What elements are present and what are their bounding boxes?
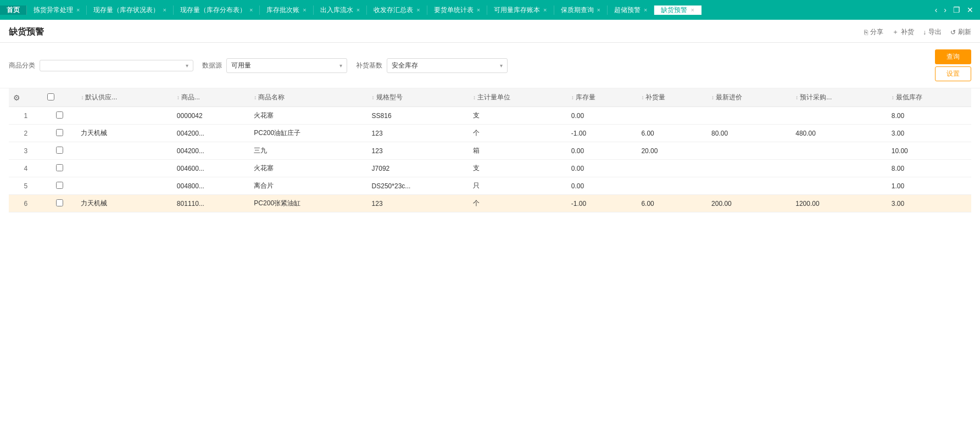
col-header-product_name[interactable]: 商品名称 [249,88,367,107]
col-header-settings: ⚙ [9,88,43,107]
select-all-checkbox[interactable] [47,93,54,100]
tab-close-xzcl[interactable]: × [163,7,166,13]
cell-default_supplier-4 [76,177,172,195]
datasource-label: 数据源 [202,61,222,70]
col-header-default_supplier[interactable]: 默认供应... [76,88,172,107]
col-header-spec[interactable]: 规格型号 [368,88,469,107]
category-chevron-icon: ▾ [186,63,188,69]
share-action[interactable]: ⎘ 分享 [864,27,883,37]
cell-unit-2: 箱 [469,142,567,160]
row-checkbox-cell-3 [43,160,77,177]
replenish-icon: ＋ [892,27,899,37]
tab-restore-button[interactable]: ❐ [951,4,962,15]
cell-default_supplier-3 [76,160,172,177]
col-header-unit[interactable]: 主计量单位 [469,88,567,107]
tab-prev-button[interactable]: ‹ [933,4,940,15]
row-checkbox-5[interactable] [56,199,63,206]
row-checkbox-3[interactable] [56,164,63,171]
cell-replenish_qty-1: 6.00 [637,125,707,142]
tab-label-lyjc: 拣货异常处理 [34,5,73,15]
datasource-filter-group: 数据源 可用量 ▾ [202,58,347,73]
settings-button[interactable]: 设置 [935,66,971,81]
col-header-est_purchase[interactable]: 预计采购... [791,88,887,107]
settings-gear-icon[interactable]: ⚙ [13,93,20,102]
tab-xzcl[interactable]: 现存量（库存状况表）× [87,5,173,15]
export-action[interactable]: ↓ 导出 [923,27,942,37]
cell-default_supplier-5: 力天机械 [76,195,172,212]
col-header-min_stock[interactable]: 最低库存 [887,88,971,107]
tab-close-qhyj[interactable]: × [691,7,694,13]
cell-product_name-2: 三九 [249,142,367,160]
datasource-select[interactable]: 可用量 ▾ [226,58,347,73]
col-header-stock[interactable]: 库存量 [567,88,637,107]
tab-crls[interactable]: 出入库流水× [314,5,367,15]
row-checkbox-cell-4 [43,177,77,195]
tab-close-ccyj[interactable]: × [644,7,647,13]
refresh-icon: ↺ [950,29,956,36]
cell-latest_price-2 [707,142,791,160]
cell-product_name-3: 火花塞 [249,160,367,177]
replenish-basis-select[interactable]: 安全库存 ▾ [387,58,508,73]
tab-close-lyjc[interactable]: × [76,7,80,13]
col-header-latest_price[interactable]: 最新进价 [707,88,791,107]
tab-close-button[interactable]: ✕ [965,4,976,15]
cell-est_purchase-0 [791,107,887,125]
filter-bar: 商品分类 ▾ 数据源 可用量 ▾ 补货基数 安全库存 ▾ 查询 设置 [0,43,980,88]
row-checkbox-1[interactable] [56,129,63,136]
replenish-basis-chevron-icon: ▾ [500,63,503,69]
tab-close-bqqx[interactable]: × [597,7,600,13]
cell-product_code-5: 801110... [172,195,250,212]
tab-close-sdhz[interactable]: × [416,7,420,13]
page-title: 缺货预警 [9,26,44,38]
replenish-action[interactable]: ＋ 补货 [892,27,914,37]
table-container: ⚙默认供应...商品...商品名称规格型号主计量单位库存量补货量最新进价预计采购… [0,88,980,212]
cell-product_name-5: PC200张紧油缸 [249,195,367,212]
cell-latest_price-1: 80.00 [707,125,791,142]
tab-nav-buttons: ‹ › ❐ ✕ [928,4,980,15]
tab-next-button[interactable]: › [942,4,949,15]
tab-close-kysl[interactable]: × [543,7,547,13]
cell-spec-5: 123 [368,195,469,212]
tab-bqqx[interactable]: 保质期查询× [554,5,608,15]
refresh-action[interactable]: ↺ 刷新 [950,27,971,37]
tab-yhtj[interactable]: 要货单统计表× [427,5,487,15]
col-header-replenish_qty[interactable]: 补货量 [637,88,707,107]
cell-stock-2: 0.00 [567,142,637,160]
datasource-chevron-icon: ▾ [339,63,342,69]
col-header-product_code[interactable]: 商品... [172,88,250,107]
row-checkbox-0[interactable] [56,111,63,119]
cell-spec-3: J7092 [368,160,469,177]
tab-close-yhtj[interactable]: × [477,7,480,13]
tab-label-qhyj: 缺货预警 [661,5,687,15]
tab-ccyj[interactable]: 超储预警× [608,5,654,15]
tab-home[interactable]: 首页 [0,5,27,15]
tab-close-crls[interactable]: × [357,7,360,13]
cell-unit-3: 支 [469,160,567,177]
cell-product_code-3: 004600... [172,160,250,177]
cell-product_code-1: 004200... [172,125,250,142]
category-select[interactable]: ▾ [40,60,193,71]
tab-sdhz[interactable]: 收发存汇总表× [367,5,427,15]
tab-label-ccyj: 超储预警 [614,5,641,15]
tab-close-kcpz[interactable]: × [303,7,306,13]
tab-lyjc[interactable]: 拣货异常处理× [27,5,87,15]
cell-est_purchase-3 [791,160,887,177]
row-checkbox-cell-0 [43,107,77,125]
tab-kcpz[interactable]: 库存批次账× [260,5,313,15]
row-checkbox-2[interactable] [56,147,63,154]
row-checkbox-4[interactable] [56,182,63,189]
cell-latest_price-3 [707,160,791,177]
tab-xzcl2[interactable]: 现存量（库存分布表）× [174,5,260,15]
query-button[interactable]: 查询 [935,49,971,64]
page-header: 缺货预警 ⎘ 分享 ＋ 补货 ↓ 导出 ↺ 刷新 [0,20,980,43]
replenish-basis-value: 安全库存 [392,61,495,70]
tab-qhyj[interactable]: 缺货预警× [654,5,701,15]
tab-label-kcpz: 库存批次账 [266,5,299,15]
category-label: 商品分类 [9,61,35,70]
tab-kysl[interactable]: 可用量库存账本× [487,5,554,15]
cell-spec-4: DS250*23c... [368,177,469,195]
tab-close-xzcl2[interactable]: × [249,7,253,13]
tab-label-sdhz: 收发存汇总表 [374,5,413,15]
cell-spec-0: SS816 [368,107,469,125]
tab-label-bqqx: 保质期查询 [561,5,594,15]
